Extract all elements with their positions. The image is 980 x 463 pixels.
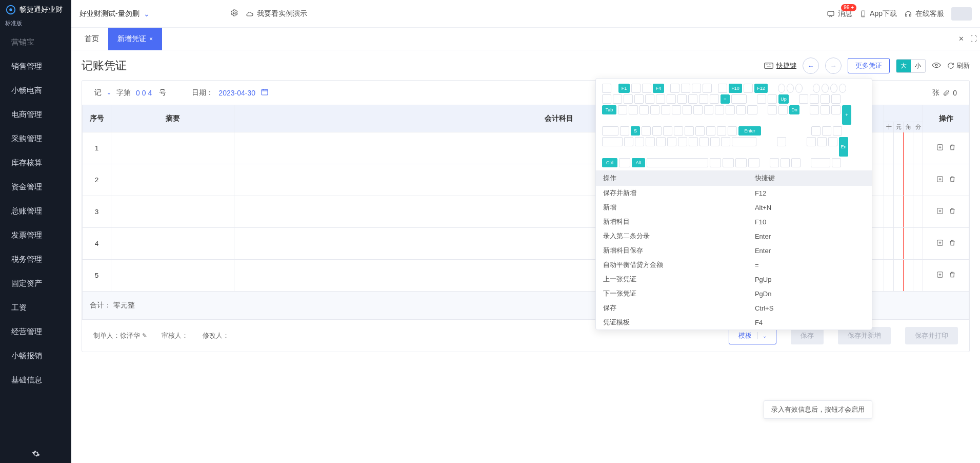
- preview-button[interactable]: [932, 62, 941, 70]
- voucher-type[interactable]: 记: [94, 88, 102, 98]
- nav-item[interactable]: 工资: [0, 296, 71, 320]
- fullscreen-button[interactable]: ⛶: [970, 35, 977, 43]
- key-tab: Tab: [602, 105, 616, 114]
- digit-cell[interactable]: [894, 164, 904, 196]
- tab-new-voucher[interactable]: 新增凭证 ×: [108, 28, 162, 50]
- tenant-selector[interactable]: 好业财测试-量勿删 ⌄: [79, 9, 223, 18]
- nav-item[interactable]: 经营管理: [0, 320, 71, 344]
- delete-row-icon[interactable]: [949, 144, 956, 152]
- th-summary: 摘要: [111, 105, 234, 132]
- digit-cell[interactable]: [884, 164, 894, 196]
- summary-cell[interactable]: [111, 132, 234, 164]
- delete-row-icon[interactable]: [949, 207, 956, 216]
- nav-item[interactable]: 电商管理: [0, 103, 71, 127]
- next-voucher-button[interactable]: →: [825, 57, 842, 74]
- add-row-icon[interactable]: [936, 271, 944, 280]
- customer-service-button[interactable]: 在线客服: [904, 9, 944, 18]
- svg-rect-6: [765, 63, 773, 69]
- digit-cell[interactable]: [904, 196, 913, 228]
- tab-home[interactable]: 首页: [75, 28, 108, 50]
- digit-label: 分: [913, 122, 923, 132]
- summary-cell[interactable]: [111, 228, 234, 260]
- keyboard-graphic: F1 F4 F10 F12: [596, 79, 872, 170]
- date-value[interactable]: 2023-04-30: [218, 89, 255, 97]
- attachment-count[interactable]: 张 0: [932, 88, 957, 98]
- shortcut-op: 凭证模板: [596, 315, 748, 330]
- digit-cell[interactable]: [913, 196, 923, 228]
- demo-link[interactable]: 我要看实例演示: [246, 9, 307, 18]
- close-all-button[interactable]: ✕: [958, 35, 964, 43]
- nav-item[interactable]: 销售管理: [0, 54, 71, 79]
- add-row-icon[interactable]: [936, 144, 944, 152]
- digit-cell[interactable]: [884, 228, 894, 260]
- shortcut-op: 上一张凭证: [596, 272, 748, 286]
- size-small[interactable]: 小: [911, 60, 925, 72]
- summary-cell[interactable]: [111, 164, 234, 196]
- add-row-icon[interactable]: [936, 239, 944, 248]
- nav-item[interactable]: 采购管理: [0, 127, 71, 151]
- digit-cell[interactable]: [904, 228, 913, 260]
- close-icon[interactable]: ×: [149, 35, 153, 43]
- add-row-icon[interactable]: [936, 176, 944, 184]
- tenant-name: 好业财测试-量勿删: [79, 9, 139, 18]
- delete-row-icon[interactable]: [949, 239, 956, 248]
- phone-icon: [859, 10, 867, 18]
- total-label: 合计：: [90, 301, 111, 309]
- key-f12: F12: [754, 84, 768, 93]
- summary-cell[interactable]: [111, 260, 234, 292]
- digit-cell[interactable]: [884, 196, 894, 228]
- digit-cell[interactable]: [894, 228, 904, 260]
- shortcut-key: PgUp: [748, 272, 872, 286]
- voucher-number[interactable]: 004: [136, 89, 154, 97]
- digit-cell[interactable]: [884, 260, 894, 292]
- digit-cell[interactable]: [913, 260, 923, 292]
- shortcut-row: 新增科目保存Enter: [596, 243, 872, 258]
- tab-active-label: 新增凭证: [117, 34, 146, 44]
- messages-button[interactable]: 消息 99 +: [827, 9, 852, 18]
- nav-item[interactable]: 资金管理: [0, 175, 71, 199]
- auditor-label: 审核人：: [162, 331, 188, 340]
- digit-cell[interactable]: [904, 132, 913, 164]
- tenant-settings[interactable]: [230, 9, 238, 18]
- nav-item[interactable]: 小畅报销: [0, 344, 71, 368]
- delete-row-icon[interactable]: [949, 176, 956, 184]
- add-row-icon[interactable]: [936, 207, 944, 216]
- nav-item[interactable]: 税务管理: [0, 247, 71, 272]
- size-big[interactable]: 大: [896, 60, 911, 72]
- shortcut-link[interactable]: 快捷键: [764, 61, 796, 70]
- nav-item[interactable]: 总账管理: [0, 199, 71, 223]
- more-vouchers-button[interactable]: 更多凭证: [848, 58, 890, 73]
- digit-cell[interactable]: [904, 260, 913, 292]
- avatar[interactable]: [951, 7, 972, 21]
- nav-item[interactable]: 库存核算: [0, 151, 71, 175]
- digit-cell[interactable]: [894, 196, 904, 228]
- digit-cell[interactable]: [904, 164, 913, 196]
- edit-icon[interactable]: ✎: [142, 332, 147, 339]
- digit-cell[interactable]: [913, 164, 923, 196]
- digit-label: 元: [894, 122, 904, 132]
- summary-cell[interactable]: [111, 196, 234, 228]
- nav-item[interactable]: 固定资产: [0, 272, 71, 296]
- digit-cell[interactable]: [913, 228, 923, 260]
- shortcut-op: 新增: [596, 200, 748, 215]
- size-toggle[interactable]: 大 小: [896, 59, 926, 73]
- settings-button[interactable]: [0, 445, 71, 463]
- refresh-button[interactable]: 刷新: [947, 61, 970, 70]
- edition-label: 标准版: [0, 20, 71, 30]
- digit-cell[interactable]: [894, 132, 904, 164]
- chevron-down-icon[interactable]: ⌄: [107, 89, 111, 96]
- shortcut-row: 新增科目F10: [596, 215, 872, 229]
- digit-cell[interactable]: [894, 260, 904, 292]
- digit-cell[interactable]: [913, 132, 923, 164]
- attach-count: 0: [953, 89, 957, 97]
- app-download-button[interactable]: App下载: [859, 9, 897, 18]
- delete-row-icon[interactable]: [949, 271, 956, 280]
- nav-item[interactable]: 小畅电商: [0, 79, 71, 103]
- prev-voucher-button[interactable]: ←: [803, 57, 819, 74]
- nav-item[interactable]: 基础信息: [0, 368, 71, 392]
- calendar-icon[interactable]: [261, 88, 269, 98]
- digit-cell[interactable]: [884, 132, 894, 164]
- nav-item[interactable]: 营销宝: [0, 30, 71, 54]
- key-f1: F1: [618, 84, 630, 93]
- nav-item[interactable]: 发票管理: [0, 223, 71, 247]
